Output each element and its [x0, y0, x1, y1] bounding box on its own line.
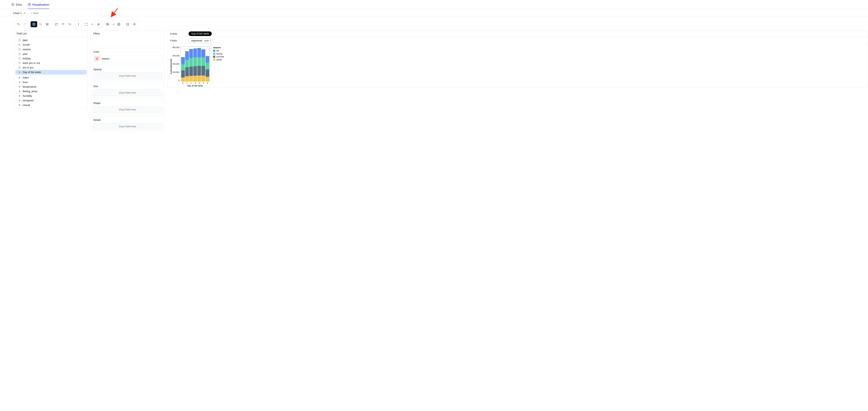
- fullscreen-button[interactable]: [83, 21, 90, 27]
- fullscreen-settings-button[interactable]: [90, 21, 94, 27]
- user-button[interactable]: [131, 21, 138, 27]
- field-label: holiday: [23, 57, 31, 60]
- chart-tab-1[interactable]: Chart 1: [10, 10, 28, 16]
- code-view-button[interactable]: [124, 21, 131, 27]
- field-item[interactable]: humidity: [15, 94, 87, 98]
- y-axis-label: Y-Axis: [167, 37, 187, 44]
- details-shelf[interactable]: Details Drop Field Here: [91, 117, 164, 132]
- field-label: year: [23, 53, 28, 55]
- shape-dropzone[interactable]: Drop Field Here: [93, 106, 162, 113]
- legend-item: spring: [213, 53, 224, 55]
- legend-swatch: [213, 56, 215, 58]
- field-label: humidity: [23, 94, 32, 97]
- image-export-button[interactable]: [104, 21, 111, 27]
- cube-button[interactable]: [31, 21, 37, 27]
- chart-plot: 0123456 Day of the week: [181, 46, 210, 87]
- tab-visualization[interactable]: Visualization: [28, 3, 50, 9]
- color-shelf[interactable]: Color season: [91, 49, 164, 64]
- field-label: hour: [23, 81, 28, 84]
- undo-button[interactable]: [15, 21, 22, 27]
- hash-icon: [18, 95, 21, 97]
- encoding-shelves: Filters Color season Opacity Drop Field …: [91, 30, 164, 132]
- field-item[interactable]: date: [15, 38, 87, 42]
- bar-column: [197, 48, 201, 81]
- field-item[interactable]: index: [15, 75, 87, 80]
- tab-data[interactable]: Data: [11, 3, 22, 9]
- color-field-pill[interactable]: season: [93, 55, 162, 62]
- refresh-button[interactable]: [53, 21, 60, 27]
- settings-button[interactable]: [116, 21, 122, 27]
- x-axis-chip-text: Day of the week: [191, 32, 209, 35]
- redo-button[interactable]: [22, 21, 28, 27]
- field-item[interactable]: hour: [15, 80, 87, 85]
- workspace: Field List datemonthseasonyearholidaywor…: [0, 16, 868, 132]
- svg-point-7: [118, 24, 119, 25]
- document-icon: [18, 66, 21, 69]
- svg-point-0: [12, 3, 14, 4]
- layers-button[interactable]: [44, 21, 51, 27]
- image-export-settings-button[interactable]: [112, 21, 116, 27]
- field-item[interactable]: month: [15, 42, 87, 47]
- bar-segment: [202, 75, 205, 81]
- y-tick: 300,000: [173, 55, 179, 57]
- legend-item: winter: [213, 59, 224, 61]
- remove-color-field-button[interactable]: [95, 56, 99, 61]
- y-tick: 100,000: [173, 71, 179, 73]
- field-item[interactable]: winspeed: [15, 98, 87, 103]
- field-list-panel: Field List datemonthseasonyearholidaywor…: [14, 30, 88, 108]
- field-item[interactable]: casual: [15, 103, 87, 107]
- y-axis-chip[interactable]: registered sum: [189, 38, 213, 43]
- chart-area: sum(registered) 400,000300,000200,000100…: [167, 44, 868, 88]
- bar-segment: [206, 56, 209, 63]
- columns: Field List datemonthseasonyearholidaywor…: [14, 30, 868, 132]
- field-item[interactable]: Day of the week: [15, 70, 87, 74]
- bar-segment: [189, 58, 193, 67]
- field-label: index: [23, 76, 29, 79]
- pencil-icon[interactable]: [23, 12, 26, 14]
- sort-asc-button[interactable]: [60, 21, 66, 27]
- shape-shelf[interactable]: Shape Drop Field Here: [91, 100, 164, 115]
- opacity-dropzone[interactable]: Drop Field Here: [93, 72, 162, 79]
- bar-segment: [193, 57, 197, 66]
- field-item[interactable]: am or pm: [15, 65, 87, 70]
- filters-shelf[interactable]: Filters: [91, 30, 164, 47]
- new-chart-tab[interactable]: + New: [28, 10, 41, 16]
- y-tick: 400,000: [173, 46, 179, 49]
- legend-label: spring: [216, 53, 222, 55]
- x-axis-chip[interactable]: Day of the week: [189, 31, 212, 36]
- axis-swap-button[interactable]: [75, 21, 82, 27]
- filters-dropzone[interactable]: [91, 37, 164, 46]
- updown-icon: [210, 39, 211, 42]
- field-item[interactable]: feeling_temp: [15, 89, 87, 94]
- field-item[interactable]: year: [15, 52, 87, 56]
- sort-desc-button[interactable]: [66, 21, 73, 27]
- wrench-button[interactable]: [95, 21, 102, 27]
- svg-point-3: [92, 24, 92, 24]
- bar-column: [202, 50, 205, 81]
- size-shelf[interactable]: Size Drop Field Here: [91, 83, 164, 98]
- bar-segment: [197, 48, 201, 57]
- y-axis-field-well[interactable]: registered sum: [187, 37, 868, 44]
- bar-segment: [202, 50, 205, 57]
- details-dropzone[interactable]: Drop Field Here: [93, 123, 162, 130]
- size-dropzone[interactable]: Drop Field Here: [93, 89, 162, 96]
- field-label: winspeed: [23, 99, 33, 102]
- field-label: feeling_temp: [23, 90, 37, 93]
- hash-icon: [18, 104, 21, 106]
- tab-visualization-label: Visualization: [32, 3, 50, 6]
- field-item[interactable]: holiday: [15, 56, 87, 61]
- opacity-shelf[interactable]: Opacity Drop Field Here: [91, 66, 164, 81]
- opacity-label: Opacity: [91, 66, 164, 72]
- field-item[interactable]: work yes or not: [15, 61, 87, 65]
- x-axis-field-well[interactable]: Day of the week: [187, 30, 868, 37]
- chart-y-axis-label: sum(registered): [170, 59, 172, 74]
- x-tick: 5: [202, 82, 205, 84]
- field-item[interactable]: temperature: [15, 85, 87, 89]
- hash-icon: [18, 99, 21, 102]
- hash-icon: [18, 71, 21, 73]
- bar-segment: [193, 66, 197, 76]
- bar-segment: [206, 69, 209, 77]
- field-item[interactable]: season: [15, 47, 87, 52]
- y-axis-agg-selector[interactable]: sum: [204, 39, 211, 42]
- mark-add-button[interactable]: [37, 21, 44, 27]
